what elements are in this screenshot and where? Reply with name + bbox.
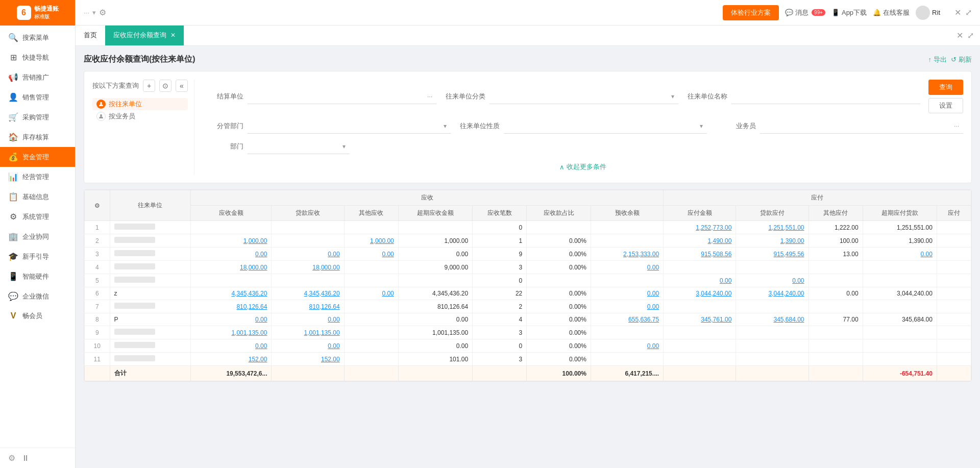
- cell-ar-loan[interactable]: 18,000.00: [272, 261, 344, 274]
- cell-ar-prepay[interactable]: 2,153,333.00: [591, 248, 663, 261]
- cell-ar-other: [344, 339, 398, 353]
- chevron-down-icon2: ▾: [444, 122, 447, 130]
- sidebar-item-search[interactable]: 🔍 搜索菜单: [0, 28, 75, 47]
- cell-ar-amount[interactable]: 810,126.64: [190, 300, 272, 313]
- sidebar-item-marketing[interactable]: 📢 营销推广: [0, 67, 75, 87]
- cell-ar-loan[interactable]: 0.00: [272, 339, 344, 353]
- sidebar-item-sales[interactable]: 👤 销售管理: [0, 87, 75, 107]
- tab-expand-btn[interactable]: ⤢: [967, 31, 974, 40]
- sidebar-item-system[interactable]: ⚙ 系统管理: [0, 207, 75, 227]
- sidebar-item-hardware[interactable]: 📱 智能硬件: [0, 266, 75, 286]
- online-service-btn[interactable]: 🔔 在线客服: [873, 8, 910, 17]
- expand-window-icon[interactable]: ⤢: [965, 8, 972, 17]
- collapse-scheme-btn[interactable]: «: [176, 80, 188, 92]
- table-row: 1 0 1,252,773.00 1,251,551.00 1,222.00: [85, 221, 971, 234]
- dept-manager-select[interactable]: ▾: [248, 118, 451, 134]
- settlement-unit-input[interactable]: ···: [248, 89, 436, 104]
- scheme-by-partner[interactable]: 按往来单位: [92, 98, 188, 110]
- sidebar-item-guide[interactable]: 🎓 新手引导: [0, 247, 75, 266]
- cell-ap-amount[interactable]: 345,761.00: [664, 313, 736, 326]
- cell-ar-prepay[interactable]: 0.00: [591, 261, 663, 274]
- cell-ap-amount[interactable]: 915,508.56: [664, 248, 736, 261]
- cell-ar-count: 22: [473, 287, 527, 300]
- cell-ar-loan[interactable]: 152.00: [272, 353, 344, 366]
- partner-name-input[interactable]: [731, 89, 920, 104]
- close-window-icon[interactable]: ✕: [954, 8, 961, 17]
- cell-ap-loan[interactable]: 345,684.00: [736, 313, 808, 326]
- cell-ar-other: [344, 313, 398, 326]
- user-profile[interactable]: Rit: [916, 6, 940, 20]
- footer-collapse-icon[interactable]: ⏸: [21, 454, 30, 463]
- message-btn[interactable]: 💬 消息 99+: [785, 8, 825, 17]
- cell-ar-other[interactable]: 0.00: [344, 248, 398, 261]
- cell-ar-prepay[interactable]: 0.00: [591, 339, 663, 353]
- sidebar-item-inventory[interactable]: 🏠 库存核算: [0, 127, 75, 147]
- footer-ar-loan: [272, 366, 344, 381]
- settings-scheme-btn[interactable]: ⊙: [159, 80, 172, 92]
- cell-ar-loan[interactable]: 0.00: [272, 313, 344, 326]
- sidebar-item-wechat[interactable]: 💬 企业微信: [0, 286, 75, 306]
- cell-ar-prepay[interactable]: 655,636.75: [591, 313, 663, 326]
- header-gear-icon[interactable]: ⚙: [99, 8, 106, 17]
- cell-ar-count: 0: [473, 274, 527, 287]
- cell-ap-loan[interactable]: 915,495.56: [736, 248, 808, 261]
- app-download-btn[interactable]: 📱 App下载: [831, 8, 867, 17]
- cell-ar-prepay[interactable]: 0.00: [591, 300, 663, 313]
- cell-ar-prepay[interactable]: 0.00: [591, 287, 663, 300]
- sidebar-item-purchase[interactable]: 🛒 采购管理: [0, 107, 75, 127]
- cell-ar-loan[interactable]: 4,345,436.20: [272, 287, 344, 300]
- salesperson-input[interactable]: ···: [760, 118, 963, 134]
- cell-ar-amount[interactable]: 152.00: [190, 353, 272, 366]
- partner-nature-select[interactable]: ▾: [504, 118, 707, 134]
- cell-ap-loan[interactable]: 1,390.00: [736, 234, 808, 248]
- cell-ap-amount[interactable]: 3,044,240.00: [664, 287, 736, 300]
- cell-ap-loan[interactable]: 0.00: [736, 274, 808, 287]
- sidebar-item-basic[interactable]: 📋 基础信息: [0, 187, 75, 207]
- cell-ar-loan[interactable]: 0.00: [272, 248, 344, 261]
- sidebar-item-enterprise[interactable]: 🏢 企业协同: [0, 227, 75, 247]
- cell-ap-amount[interactable]: 1,252,773.00: [664, 221, 736, 234]
- partner-category-select[interactable]: ▾: [489, 89, 678, 104]
- col-settings[interactable]: ⚙: [85, 190, 110, 221]
- tab-close-btn[interactable]: ✕: [957, 31, 963, 40]
- cell-no: 1: [85, 221, 110, 234]
- cell-ar-loan[interactable]: 1,001,135.00: [272, 326, 344, 339]
- cell-ar-loan[interactable]: 810,126.64: [272, 300, 344, 313]
- cell-ap-overdue[interactable]: 0.00: [863, 248, 937, 261]
- cell-ar-amount[interactable]: 18,000.00: [190, 261, 272, 274]
- footer-ar-total: 19,553,472,6...: [190, 366, 272, 381]
- department-select[interactable]: ▾: [248, 139, 350, 154]
- cell-ap-amount[interactable]: 0.00: [664, 274, 736, 287]
- cell-ar-amount[interactable]: 4,345,436.20: [190, 287, 272, 300]
- gear-icon: ⚙: [8, 212, 18, 221]
- cell-ar-other[interactable]: 0.00: [344, 287, 398, 300]
- online-service-label: 在线客服: [883, 8, 910, 17]
- footer-settings-icon[interactable]: ⚙: [8, 453, 15, 463]
- cell-ar-amount[interactable]: 0.00: [190, 313, 272, 326]
- cell-ap-amount[interactable]: 1,490.00: [664, 234, 736, 248]
- add-scheme-btn[interactable]: +: [143, 80, 155, 92]
- sidebar-item-operation[interactable]: 📊 经营管理: [0, 167, 75, 187]
- cell-ap-loan[interactable]: 1,251,551.00: [736, 221, 808, 234]
- tab-query[interactable]: 应收应付余额查询 ✕: [105, 26, 184, 45]
- cell-ap-extra: [937, 326, 971, 339]
- cell-ar-amount[interactable]: 0.00: [190, 339, 272, 353]
- settings-button[interactable]: 设置: [928, 98, 963, 113]
- cell-ar-amount[interactable]: 1,000.00: [190, 234, 272, 248]
- scheme-by-salesperson[interactable]: 按业务员: [92, 110, 188, 122]
- sidebar-item-finance[interactable]: 💰 资金管理: [0, 147, 75, 167]
- query-button[interactable]: 查询: [928, 80, 963, 95]
- cell-ar-other[interactable]: 1,000.00: [344, 234, 398, 248]
- sidebar-item-quick[interactable]: ⊞ 快捷导航: [0, 47, 75, 67]
- cell-ar-amount[interactable]: 0.00: [190, 248, 272, 261]
- collapse-filter-btn[interactable]: ∧ 收起更多条件: [203, 159, 963, 175]
- tab-close-icon[interactable]: ✕: [170, 32, 176, 39]
- cell-ap-loan[interactable]: 3,044,240.00: [736, 287, 808, 300]
- tab-home[interactable]: 首页: [76, 26, 105, 45]
- scheme-selector: 按以下方案查询 + ⊙ « 按往来单位: [92, 80, 194, 175]
- refresh-button[interactable]: ↺ 刷新: [951, 55, 972, 64]
- promo-button[interactable]: 体验行业方案: [723, 5, 779, 20]
- sidebar-item-member[interactable]: V 畅会员: [0, 306, 75, 326]
- export-button[interactable]: ↑ 导出: [928, 55, 947, 64]
- cell-ar-amount[interactable]: 1,001,135.00: [190, 326, 272, 339]
